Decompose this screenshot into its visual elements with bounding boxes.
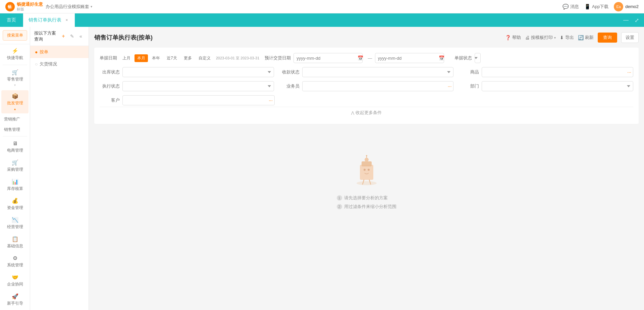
customer-label: 客户 (100, 97, 120, 103)
sidebar-item-collaboration[interactable]: 🤝 企业协同 (1, 271, 29, 290)
message-button[interactable]: 💬 消息 (562, 4, 579, 10)
goods-input[interactable] (482, 67, 633, 77)
calendar-start-icon: 📅 (358, 55, 363, 61)
scheme-item-按单[interactable]: ● 按单 (30, 46, 89, 58)
date-year-button[interactable]: 本年 (149, 54, 163, 62)
salesman-input[interactable] (302, 81, 454, 91)
exec-status-select[interactable] (122, 81, 274, 91)
collapse-panel-button[interactable]: « (77, 33, 85, 40)
wholesale-icon: 📦 (12, 93, 18, 99)
sidebar-item-inventory[interactable]: 📊 库存核算 (1, 176, 29, 194)
tab-bar-actions: — ⤢ (621, 15, 644, 25)
user-area[interactable]: Ea demo2 (614, 2, 639, 11)
receive-status-select[interactable] (302, 67, 454, 77)
date-label: 单据日期 (100, 55, 117, 61)
search-menu-button[interactable]: 搜索菜单 (3, 30, 27, 41)
salesman-label: 业务员 (279, 83, 300, 89)
quick-nav-icon: ⚡ (12, 48, 18, 54)
sidebar-item-quick-nav[interactable]: ⚡ 快捷导航 (1, 45, 29, 63)
add-icon: + (62, 33, 65, 39)
status-select[interactable] (475, 53, 481, 63)
salesman-more-icon[interactable]: ··· (448, 84, 452, 89)
sidebar-group-marketing[interactable]: 营销推广 (0, 114, 30, 124)
avatar-text: Ea (616, 5, 621, 9)
date-7days-button[interactable]: 近7天 (164, 54, 180, 62)
sidebar-item-purchase[interactable]: 🛒 采购管理 (1, 157, 29, 175)
chevron-down-icon[interactable]: ▾ (91, 5, 92, 8)
tab-active[interactable]: 销售订单执行表 × (23, 13, 75, 27)
sidebar-item-guide[interactable]: 🚀 新手引导 (1, 291, 29, 309)
print-button[interactable]: 🖨 按模板打印 ▾ (525, 35, 556, 41)
tab-bar: 首页 销售订单执行表 × — ⤢ (0, 13, 644, 27)
scheme-label-欠货情况: 欠货情况 (40, 61, 57, 67)
expected-date-start-input[interactable] (293, 53, 363, 63)
customer-input[interactable] (122, 95, 275, 105)
settings-label: 设置 (626, 35, 634, 41)
collapse-icon: « (79, 34, 82, 39)
maximize-icon: ⤢ (635, 17, 639, 23)
sidebar-item-system[interactable]: ⚙ 系统管理 (1, 252, 29, 271)
sidebar-item-basic-info[interactable]: 📋 基础信息 (1, 233, 29, 252)
tab-maximize-button[interactable]: ⤢ (632, 15, 641, 25)
sidebar-item-finance[interactable]: 💰 资金管理 (1, 195, 29, 213)
avatar: Ea (614, 2, 623, 11)
message-label: 消息 (570, 4, 579, 10)
sidebar-item-ecommerce[interactable]: 🖥 电商管理 (1, 138, 29, 156)
print-icon: 🖨 (525, 35, 530, 40)
customer-input-wrapper: ··· (122, 95, 275, 105)
tab-close-button[interactable]: × (64, 17, 69, 23)
sidebar-item-wholesale[interactable]: 📦 批发管理 ▴ (1, 90, 29, 113)
date-prev-month-button[interactable]: 上月 (120, 54, 133, 62)
out-status-select[interactable] (122, 67, 274, 77)
management-label: 经营管理 (7, 224, 23, 230)
tab-minimize-button[interactable]: — (621, 15, 631, 25)
collapse-arrow-icon: ⋀ (351, 111, 354, 115)
refresh-button[interactable]: 🔄 刷新 (578, 35, 594, 41)
date-filter-group: 单据日期 上月 本月 本年 近7天 更多 自定义 2023-03-01 至 20… (100, 54, 259, 62)
sales-label: 销售管理 (4, 127, 20, 132)
dept-label: 部门 (459, 83, 479, 89)
sidebar-item-retail[interactable]: 🛒 零售管理 ▾ (1, 66, 29, 90)
dept-select[interactable] (482, 81, 633, 91)
expected-date-group: 预计交货日期 📅 — 📅 (265, 53, 446, 63)
svg-point-11 (368, 169, 370, 171)
collapse-filter-button[interactable]: ⋀ 收起更多条件 (100, 107, 633, 118)
calendar-end-icon: 📅 (439, 55, 444, 61)
status-select-wrapper (475, 53, 633, 63)
filter-row-1: 单据日期 上月 本月 本年 近7天 更多 自定义 2023-03-01 至 20… (100, 53, 633, 63)
help-button[interactable]: ❓ 帮助 (505, 35, 521, 41)
empty-tips: 1 请先选择要分析的方案 2 用过滤条件来缩小分析范围 (337, 194, 396, 211)
app-download-button[interactable]: 📱 App下载 (584, 4, 608, 10)
inventory-label: 库存核算 (7, 186, 23, 192)
active-scheme-icon: ● (35, 49, 38, 55)
expected-date-end-input[interactable] (375, 53, 444, 63)
finance-icon: 💰 (12, 198, 18, 204)
edit-scheme-button[interactable]: ✎ (68, 33, 76, 40)
scheme-item-欠货情况[interactable]: ○ 欠货情况 (30, 58, 89, 70)
customer-more-icon[interactable]: ··· (269, 98, 273, 103)
date-cur-month-button[interactable]: 本月 (135, 54, 148, 62)
filter-row-2: 出库状态 收款状态 商品 ··· (100, 67, 633, 77)
tab-home[interactable]: 首页 (0, 13, 23, 27)
salesman-input-wrapper: ··· (302, 81, 454, 91)
sidebar-group-sales[interactable]: 销售管理 (0, 124, 30, 135)
date-more-button[interactable]: 更多 (181, 54, 195, 62)
header-left: 畅 畅捷通好生意 标版 办公用品行业模拟账套 ▾ (5, 2, 92, 11)
logo-text: 畅捷通好生意 标版 (17, 2, 43, 11)
export-button[interactable]: ⬇ 导出 (560, 35, 574, 41)
date-custom-button[interactable]: 自定义 (196, 54, 213, 62)
status-filter-group: 单据状态 (452, 53, 633, 63)
sidebar-item-management[interactable]: 📉 经营管理 (1, 214, 29, 232)
guide-icon: 🚀 (12, 293, 18, 300)
settings-button[interactable]: 设置 (621, 32, 639, 43)
goods-more-icon[interactable]: ··· (627, 69, 631, 75)
add-scheme-button[interactable]: + (60, 33, 67, 40)
query-button[interactable]: 查询 (598, 33, 617, 43)
header-right: 💬 消息 📱 App下载 Ea demo2 (562, 2, 639, 11)
print-label: 按模板打印 (531, 35, 553, 41)
app-title[interactable]: 办公用品行业模拟账套 ▾ (46, 4, 92, 10)
date-range-text: 2023-03-01 至 2023-03-31 (216, 56, 260, 61)
svg-point-5 (365, 158, 369, 162)
refresh-label: 刷新 (585, 35, 594, 41)
purchase-icon: 🛒 (12, 159, 18, 166)
